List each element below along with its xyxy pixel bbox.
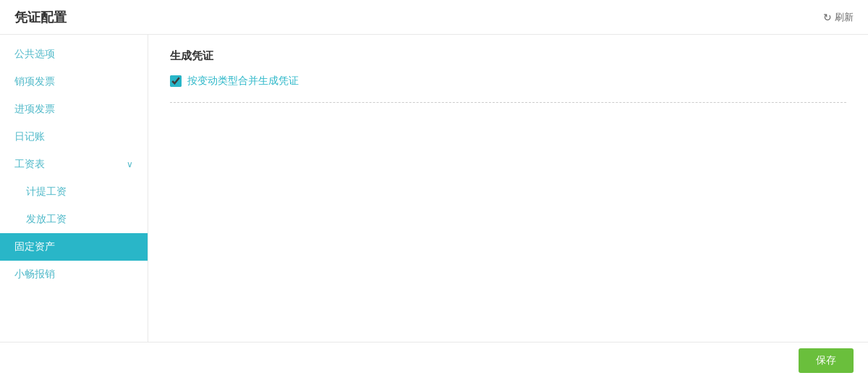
page-title: 凭证配置 [14, 9, 67, 26]
sidebar-item-label: 工资表 [14, 158, 45, 171]
chevron-down-icon: ∨ [127, 159, 133, 169]
refresh-icon: ↻ [823, 12, 832, 23]
sidebar-item-payroll-table[interactable]: 工资表∨ [0, 151, 148, 178]
sidebar-item-label: 固定资产 [14, 240, 55, 253]
merge-by-type-label[interactable]: 按变动类型合并生成凭证 [187, 75, 299, 88]
checkbox-row: 按变动类型合并生成凭证 [170, 75, 846, 88]
sidebar-item-fixed-assets[interactable]: 固定资产 [0, 233, 148, 261]
main-content: 公共选项销项发票进项发票日记账工资表∨计提工资发放工资固定资产小畅报销 生成凭证… [0, 35, 868, 342]
sidebar-item-payroll-calc[interactable]: 计提工资 [0, 178, 148, 206]
section-divider [170, 102, 846, 103]
sidebar-item-expense-report[interactable]: 小畅报销 [0, 261, 148, 288]
section-title: 生成凭证 [170, 49, 846, 63]
content-area: 生成凭证 按变动类型合并生成凭证 [148, 35, 868, 342]
sidebar-item-payroll-pay[interactable]: 发放工资 [0, 206, 148, 233]
sidebar-item-label: 计提工资 [26, 185, 67, 198]
sidebar-item-sales-invoice[interactable]: 销项发票 [0, 68, 148, 96]
page-wrapper: 凭证配置 ↻ 刷新 公共选项销项发票进项发票日记账工资表∨计提工资发放工资固定资… [0, 0, 868, 378]
refresh-label: 刷新 [835, 11, 854, 24]
page-footer: 保存 [0, 342, 868, 378]
sidebar-item-public-options[interactable]: 公共选项 [0, 41, 148, 68]
sidebar-item-label: 发放工资 [26, 213, 67, 226]
sidebar-item-label: 小畅报销 [14, 268, 55, 281]
sidebar: 公共选项销项发票进项发票日记账工资表∨计提工资发放工资固定资产小畅报销 [0, 35, 148, 342]
sidebar-item-label: 日记账 [14, 130, 45, 143]
sidebar-item-label: 销项发票 [14, 75, 55, 88]
page-header: 凭证配置 ↻ 刷新 [0, 0, 868, 35]
sidebar-item-label: 进项发票 [14, 103, 55, 116]
sidebar-item-journal[interactable]: 日记账 [0, 123, 148, 151]
merge-by-type-checkbox[interactable] [170, 75, 182, 87]
sidebar-item-purchase-invoice[interactable]: 进项发票 [0, 96, 148, 123]
save-button[interactable]: 保存 [799, 348, 854, 373]
sidebar-item-label: 公共选项 [14, 48, 55, 61]
refresh-button[interactable]: ↻ 刷新 [823, 11, 854, 24]
